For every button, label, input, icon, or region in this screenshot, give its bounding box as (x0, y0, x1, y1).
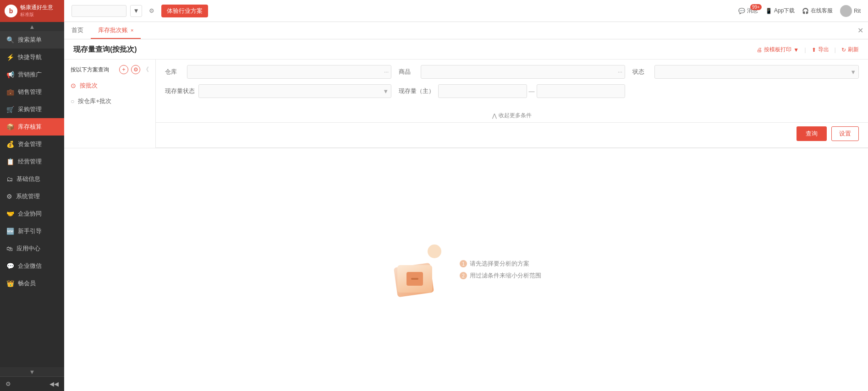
filter-field-status: 状态 ▼ (632, 65, 859, 79)
export-label: 导出 (818, 46, 829, 54)
empty-state: 1 请先选择要分析的方案 2 用过滤条件来缩小分析范围 (64, 148, 868, 391)
appstore-icon: 🛍 (6, 245, 13, 252)
tip-num-1: 1 (460, 260, 467, 267)
status-select[interactable] (654, 65, 859, 79)
filter-panel: 按以下方案查询 + ⚙ 《 ⊙ 按批次 (64, 60, 868, 148)
tab-home-label: 首页 (71, 26, 83, 34)
empty-inner: 1 请先选择要分析的方案 2 用过滤条件来缩小分析范围 (391, 244, 541, 295)
tab-bar: 首页 库存批次账 × ✕ (64, 22, 868, 39)
sidebar-item-sales[interactable]: 💼 销售管理 (0, 83, 64, 101)
refresh-button[interactable]: ↻ 刷新 (841, 46, 859, 54)
radio-active-icon: ⊙ (71, 82, 76, 89)
sidebar-item-guide[interactable]: 🆕 新手引导 (0, 223, 64, 240)
guide-icon: 🆕 (6, 228, 14, 235)
settings-footer-icon[interactable]: ⚙ (5, 380, 11, 387)
sidebar-item-label: 新手引导 (18, 227, 42, 235)
sidebar-item-quick[interactable]: ⚡ 快捷导航 (0, 49, 64, 66)
empty-tip-2: 2 用过滤条件来缩小分析范围 (460, 272, 541, 280)
collapse-icon: 《 (143, 66, 149, 73)
warehouse-dots[interactable]: ··· (384, 69, 389, 75)
filter-field-stock-qty: 现存量（主） — (399, 84, 625, 98)
sidebar-item-purchase[interactable]: 🛒 采购管理 (0, 101, 64, 118)
empty-tips: 1 请先选择要分析的方案 2 用过滤条件来缩小分析范围 (460, 260, 541, 280)
filter-option-warehouse-batch-label: 按仓库+批次 (78, 97, 111, 105)
tip-num-2: 2 (460, 272, 467, 279)
scheme-settings-button[interactable]: ⚙ (131, 65, 140, 74)
topbar-search-input[interactable] (71, 5, 126, 17)
topbar-gear-button[interactable]: ⚙ (146, 5, 158, 17)
filter-form-area: 仓库 ··· 商品 ··· (156, 60, 868, 148)
stock-status-select[interactable] (198, 84, 391, 98)
sidebar-item-enterprise[interactable]: 🤝 企业协同 (0, 205, 64, 223)
collapse-more-conditions[interactable]: ⋀ 收起更多条件 (156, 109, 868, 123)
messages-badge: 99+ (750, 4, 762, 10)
experience-industry-button[interactable]: 体验行业方案 (161, 5, 208, 17)
app-download-button[interactable]: 📱 App下载 (765, 7, 795, 15)
filter-actions: 查询 设置 (156, 123, 868, 148)
gear-small-icon: ⚙ (133, 66, 138, 73)
sidebar-item-label: 基础信息 (16, 175, 40, 183)
stock-qty-range-wrap: — (438, 84, 625, 98)
scroll-up-arrow[interactable]: ▲ (0, 22, 64, 31)
inventory-icon: 📦 (6, 123, 14, 130)
print-dropdown-icon[interactable]: ▼ (793, 47, 799, 53)
query-button[interactable]: 查询 (797, 126, 827, 141)
warehouse-input[interactable] (187, 65, 391, 79)
collapse-sidebar-button[interactable]: 《 (143, 65, 149, 74)
filter-sidebar-actions: + ⚙ 《 (119, 65, 149, 74)
refresh-icon: ↻ (841, 47, 846, 53)
tab-close-icon[interactable]: × (131, 27, 133, 33)
filter-settings-button[interactable]: 设置 (831, 126, 859, 141)
warehouse-label: 仓库 (165, 68, 183, 76)
sidebar-item-finance[interactable]: 💰 资金管理 (0, 136, 64, 153)
filter-option-batch[interactable]: ⊙ 按批次 (64, 78, 155, 93)
sidebar-item-system[interactable]: ⚙ 系统管理 (0, 188, 64, 205)
product-input[interactable] (421, 65, 625, 79)
add-scheme-button[interactable]: + (119, 65, 128, 74)
chevron-up-icon: ⋀ (492, 113, 497, 119)
topbar-dropdown-button[interactable]: ▼ (130, 5, 142, 17)
app-name: 畅康通好生意 (20, 4, 53, 11)
user-avatar[interactable]: Rit (840, 5, 861, 17)
stock-status-select-wrap: ▼ (198, 84, 391, 98)
sidebar-item-member[interactable]: 👑 畅会员 (0, 275, 64, 292)
scroll-down-arrow[interactable]: ▼ (0, 367, 64, 376)
sidebar-item-inventory[interactable]: 📦 库存核算 (0, 118, 64, 136)
stock-qty-max-input[interactable] (537, 84, 626, 98)
sidebar-item-basic[interactable]: 🗂 基础信息 (0, 170, 64, 188)
sales-icon: 💼 (6, 88, 14, 96)
topbar-left: ▼ ⚙ 体验行业方案 (71, 5, 734, 17)
messages-button[interactable]: 💬 消息 99+ (738, 7, 758, 15)
sidebar-item-label: 快捷导航 (18, 53, 42, 61)
sidebar-header: b 畅康通好生意 标准版 (0, 0, 64, 22)
sidebar-item-appstore[interactable]: 🛍 应用中心 (0, 240, 64, 257)
filter-sidebar: 按以下方案查询 + ⚙ 《 ⊙ 按批次 (64, 60, 156, 148)
tab-home[interactable]: 首页 (64, 22, 91, 39)
filter-option-warehouse-batch[interactable]: ○ 按仓库+批次 (64, 93, 155, 109)
plus-icon: + (122, 66, 125, 73)
online-support-button[interactable]: 🎧 在线客服 (802, 7, 833, 15)
main-content: ▼ ⚙ 体验行业方案 💬 消息 99+ 📱 App下载 🎧 在线客服 Rit (64, 0, 868, 391)
stock-qty-min-input[interactable] (438, 84, 527, 98)
sidebar-item-operation[interactable]: 📋 经营管理 (0, 153, 64, 170)
header-sep-2: | (835, 46, 836, 53)
refresh-label: 刷新 (848, 46, 859, 54)
tab-inventory-batch[interactable]: 库存批次账 × (91, 22, 141, 39)
product-dots[interactable]: ··· (618, 69, 622, 75)
member-icon: 👑 (6, 280, 14, 287)
filter-field-stock-status: 现存量状态 ▼ (165, 84, 391, 98)
sidebar-item-label: 营销推广 (18, 71, 42, 79)
export-button[interactable]: ⬆ 导出 (812, 46, 829, 54)
print-icon: 🖨 (757, 47, 762, 53)
print-template-button[interactable]: 🖨 按模板打印 ▼ (757, 46, 799, 54)
sidebar-item-search[interactable]: 🔍 搜索菜单 (0, 31, 64, 49)
tab-bar-close-button[interactable]: ✕ (853, 26, 868, 35)
headset-icon: 🎧 (802, 8, 809, 14)
sidebar-item-marketing[interactable]: 📢 营销推广 (0, 66, 64, 83)
sidebar-item-label: 库存核算 (18, 123, 42, 131)
page-header-actions: 🖨 按模板打印 ▼ | ⬆ 导出 | ↻ 刷新 (757, 46, 859, 54)
collapse-sidebar-icon[interactable]: ◀◀ (49, 380, 59, 387)
filter-form: 仓库 ··· 商品 ··· (156, 60, 868, 109)
online-support-label: 在线客服 (811, 7, 833, 15)
sidebar-item-wechat[interactable]: 💬 企业微信 (0, 257, 64, 275)
